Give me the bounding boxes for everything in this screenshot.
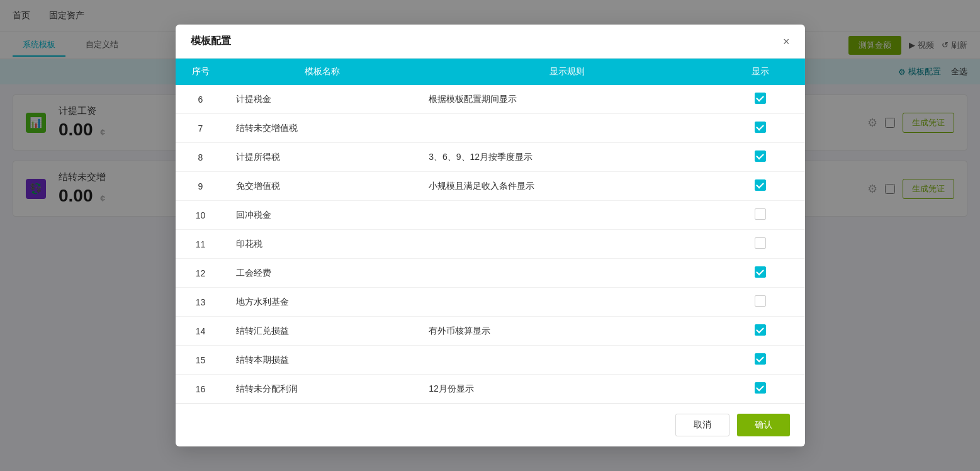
dialog-footer: 取消 确认	[176, 403, 805, 446]
cell-rule: 根据模板配置期间显示	[419, 85, 716, 114]
col-header-id: 序号	[176, 59, 226, 85]
cell-check	[716, 288, 805, 317]
table-header: 序号 模板名称 显示规则 显示	[176, 59, 805, 85]
row-checkbox[interactable]	[755, 93, 766, 104]
col-header-show: 显示	[716, 59, 805, 85]
row-checkbox[interactable]	[755, 353, 766, 365]
cell-rule	[419, 259, 716, 288]
table-row: 10回冲税金	[176, 201, 805, 230]
cell-name: 地方水利基金	[226, 288, 419, 317]
cell-id: 9	[176, 172, 226, 201]
modal-overlay: 模板配置 × 序号 模板名称 显示规则 显示 6计提税金根据模板配置期间显示7结…	[0, 0, 980, 471]
table-row: 9免交增值税小规模且满足收入条件显示	[176, 172, 805, 201]
table-body: 6计提税金根据模板配置期间显示7结转未交增值税8计提所得税3、6、9、12月按季…	[176, 85, 805, 403]
row-checkbox[interactable]	[755, 150, 766, 162]
cell-name: 结转汇兑损益	[226, 317, 419, 346]
cell-id: 8	[176, 143, 226, 172]
cell-id: 16	[176, 375, 226, 404]
cell-check	[716, 114, 805, 143]
row-checkbox[interactable]	[755, 237, 766, 249]
cell-check	[716, 172, 805, 201]
cell-rule: 12月份显示	[419, 375, 716, 404]
cell-id: 15	[176, 346, 226, 375]
dialog-body: 序号 模板名称 显示规则 显示 6计提税金根据模板配置期间显示7结转未交增值税8…	[176, 59, 805, 403]
row-checkbox[interactable]	[755, 122, 766, 133]
cell-rule	[419, 114, 716, 143]
cell-name: 工会经费	[226, 259, 419, 288]
cell-rule: 小规模且满足收入条件显示	[419, 172, 716, 201]
dialog-title: 模板配置	[191, 35, 231, 48]
cell-id: 14	[176, 317, 226, 346]
cell-id: 12	[176, 259, 226, 288]
cell-check	[716, 143, 805, 172]
template-config-dialog: 模板配置 × 序号 模板名称 显示规则 显示 6计提税金根据模板配置期间显示7结…	[176, 25, 805, 446]
cell-name: 印花税	[226, 230, 419, 259]
cell-check	[716, 85, 805, 114]
table-row: 11印花税	[176, 230, 805, 259]
cell-rule	[419, 230, 716, 259]
confirm-button[interactable]: 确认	[737, 414, 790, 436]
cell-name: 回冲税金	[226, 201, 419, 230]
dialog-header: 模板配置 ×	[176, 25, 805, 59]
cell-check	[716, 259, 805, 288]
cell-rule	[419, 288, 716, 317]
cell-check	[716, 201, 805, 230]
table-row: 14结转汇兑损益有外币核算显示	[176, 317, 805, 346]
cell-rule: 3、6、9、12月按季度显示	[419, 143, 716, 172]
row-checkbox[interactable]	[755, 295, 766, 307]
cell-check	[716, 346, 805, 375]
cell-rule: 有外币核算显示	[419, 317, 716, 346]
cell-check	[716, 317, 805, 346]
row-checkbox[interactable]	[755, 382, 766, 394]
row-checkbox[interactable]	[755, 179, 766, 191]
table-row: 12工会经费	[176, 259, 805, 288]
cell-id: 11	[176, 230, 226, 259]
table-row: 6计提税金根据模板配置期间显示	[176, 85, 805, 114]
cancel-button[interactable]: 取消	[675, 414, 729, 436]
cell-name: 计提所得税	[226, 143, 419, 172]
cell-check	[716, 375, 805, 404]
cell-id: 6	[176, 85, 226, 114]
table-row: 7结转未交增值税	[176, 114, 805, 143]
row-checkbox[interactable]	[755, 266, 766, 278]
table-row: 13地方水利基金	[176, 288, 805, 317]
config-table: 序号 模板名称 显示规则 显示 6计提税金根据模板配置期间显示7结转未交增值税8…	[176, 59, 805, 403]
cell-name: 结转未交增值税	[226, 114, 419, 143]
col-header-rule: 显示规则	[419, 59, 716, 85]
table-row: 15结转本期损益	[176, 346, 805, 375]
cell-id: 7	[176, 114, 226, 143]
cell-name: 结转未分配利润	[226, 375, 419, 404]
row-checkbox[interactable]	[755, 208, 766, 220]
cell-name: 结转本期损益	[226, 346, 419, 375]
row-checkbox[interactable]	[755, 324, 766, 336]
cell-check	[716, 230, 805, 259]
col-header-name: 模板名称	[226, 59, 419, 85]
cell-name: 免交增值税	[226, 172, 419, 201]
cell-rule	[419, 201, 716, 230]
cell-name: 计提税金	[226, 85, 419, 114]
cell-rule	[419, 346, 716, 375]
table-row: 8计提所得税3、6、9、12月按季度显示	[176, 143, 805, 172]
table-row: 16结转未分配利润12月份显示	[176, 375, 805, 404]
cell-id: 13	[176, 288, 226, 317]
dialog-close-button[interactable]: ×	[783, 36, 790, 47]
cell-id: 10	[176, 201, 226, 230]
